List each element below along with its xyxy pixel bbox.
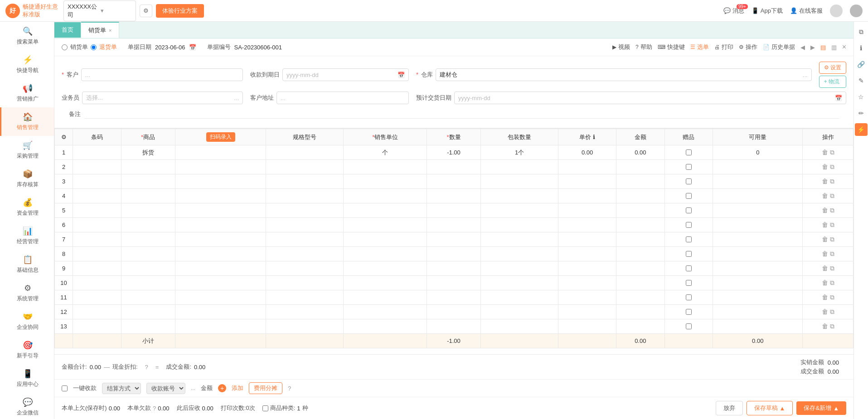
delivery-date-input[interactable]: yyyy-mm-dd 📅: [454, 92, 846, 104]
copy-icon[interactable]: ⧉: [830, 221, 834, 229]
copy-icon[interactable]: ⧉: [830, 279, 834, 287]
payment-due-input[interactable]: yyyy-mm-dd 📅: [282, 68, 409, 81]
settlement-method-select[interactable]: 结算方式: [102, 383, 141, 394]
sidebar-item-enterprise[interactable]: 🤝 企业协同: [0, 307, 54, 336]
sidebar-item-purchase[interactable]: 🛒 采购管理: [0, 136, 54, 164]
delete-icon-1[interactable]: 🗑: [822, 149, 828, 156]
calendar-icon[interactable]: 📅: [189, 44, 196, 51]
qty-1[interactable]: -1.00: [427, 145, 480, 160]
copy-icon-1[interactable]: ⧉: [830, 149, 834, 156]
sidebar-item-sales[interactable]: 🏠 销售管理: [0, 107, 54, 136]
delete-icon[interactable]: 🗑: [822, 163, 828, 171]
copy-icon[interactable]: ⧉: [830, 323, 834, 330]
scan-button[interactable]: 扫码录入: [206, 132, 235, 142]
copy-icon[interactable]: ⧉: [830, 308, 834, 316]
expense-button[interactable]: 费用分摊: [249, 382, 282, 394]
help-icon2[interactable]: ?: [153, 405, 156, 412]
product-1[interactable]: 拆货: [121, 145, 175, 160]
delete-icon[interactable]: 🗑: [822, 294, 828, 301]
sidebar-item-search[interactable]: 🔍 搜索菜单: [0, 22, 54, 50]
right-info-icon[interactable]: ℹ: [855, 42, 868, 54]
sidebar-item-basic[interactable]: 📋 基础信息: [0, 250, 54, 279]
copy-icon[interactable]: ⧉: [830, 265, 834, 272]
save-new-button[interactable]: 保存&新增 ▲: [796, 401, 846, 415]
list-view-icon[interactable]: ▥: [831, 44, 837, 51]
tab-sales-order[interactable]: 销货单 ×: [81, 22, 119, 38]
sidebar-item-quick-nav[interactable]: ⚡ 快捷导航: [0, 50, 54, 79]
avatar[interactable]: [830, 5, 843, 17]
customer-address-input[interactable]: ...: [276, 92, 409, 104]
logistics-button[interactable]: + 物流: [819, 76, 846, 88]
spec-1[interactable]: [266, 145, 344, 160]
sidebar-item-appstore[interactable]: 📱 应用中心: [0, 364, 54, 393]
delete-icon[interactable]: 🗑: [822, 265, 828, 272]
company-selector[interactable]: XXXXXX公司 ▾: [63, 0, 136, 21]
product-type-item[interactable]: 商品种类: 1 种: [262, 404, 308, 412]
help-icon[interactable]: ?: [145, 364, 148, 371]
customer-input[interactable]: ...: [81, 68, 243, 81]
remarks-input[interactable]: [84, 110, 839, 119]
operations-btn[interactable]: ⚙ 操作: [739, 43, 757, 51]
delete-icon[interactable]: 🗑: [822, 236, 828, 243]
settings-button[interactable]: ⚙ 设置: [819, 62, 846, 74]
delete-icon[interactable]: 🗑: [822, 250, 828, 258]
right-edit-icon[interactable]: ✎: [855, 74, 868, 87]
help-btn[interactable]: ? 帮助: [635, 43, 652, 51]
copy-icon[interactable]: ⧉: [830, 192, 834, 200]
settings-button[interactable]: ⚙: [140, 5, 152, 17]
th-settings[interactable]: ⚙: [55, 129, 73, 145]
sidebar-item-inventory[interactable]: 📦 库存核算: [0, 164, 54, 193]
copy-icon[interactable]: ⧉: [830, 163, 834, 171]
delete-icon[interactable]: 🗑: [822, 308, 828, 316]
warehouse-input[interactable]: 建材仓 ...: [436, 68, 812, 81]
notification-button[interactable]: 💬 消息 99+: [723, 7, 744, 15]
right-link-icon[interactable]: 🔗: [855, 58, 868, 71]
print-btn[interactable]: 🖨 打印: [714, 43, 733, 51]
sidebar-item-marketing[interactable]: 📢 营销推广: [0, 79, 54, 107]
gift-1[interactable]: [664, 145, 713, 160]
payment-checkbox[interactable]: [62, 385, 68, 391]
copy-icon[interactable]: ⧉: [830, 236, 834, 243]
unit-1[interactable]: 个: [344, 145, 427, 160]
right-pencil-icon[interactable]: ✏: [855, 107, 868, 120]
copy-icon[interactable]: ⧉: [830, 294, 834, 301]
tab-home[interactable]: 首页: [54, 22, 81, 38]
grid-view-icon[interactable]: ▤: [820, 44, 826, 51]
return-order-radio[interactable]: [91, 44, 97, 50]
gift-checkbox-1[interactable]: [686, 149, 692, 155]
next-icon[interactable]: ▶: [810, 44, 815, 51]
delete-icon[interactable]: 🗑: [822, 207, 828, 214]
right-active-icon[interactable]: ⚡: [855, 123, 868, 136]
copy-icon[interactable]: ⧉: [830, 178, 834, 185]
delete-icon[interactable]: 🗑: [822, 279, 828, 287]
delete-icon[interactable]: 🗑: [822, 221, 828, 229]
sidebar-item-finance[interactable]: 💰 资金管理: [0, 193, 54, 222]
form-close-button[interactable]: ×: [842, 43, 846, 51]
app-download-button[interactable]: 📱 App下载: [752, 7, 783, 15]
barcode-1[interactable]: [73, 145, 121, 160]
discard-button[interactable]: 放弃: [716, 401, 743, 415]
copy-icon[interactable]: ⧉: [830, 250, 834, 258]
copy-icon[interactable]: ⧉: [830, 207, 834, 214]
expense-help-icon[interactable]: ?: [288, 385, 291, 392]
delete-icon[interactable]: 🗑: [822, 323, 828, 330]
sidebar-item-system[interactable]: ⚙ 系统管理: [0, 279, 54, 307]
delete-icon[interactable]: 🗑: [822, 192, 828, 200]
sidebar-item-operations[interactable]: 📊 经营管理: [0, 222, 54, 250]
history-btn[interactable]: 📄 历史单据: [763, 43, 795, 51]
video-btn[interactable]: ▶ 视频: [612, 43, 630, 51]
th-scan[interactable]: 扫码录入: [175, 129, 266, 145]
right-copy-icon[interactable]: ⧉: [855, 25, 868, 38]
sales-order-radio[interactable]: [62, 44, 68, 50]
product-type-checkbox[interactable]: [262, 405, 268, 411]
right-star-icon[interactable]: ☆: [855, 91, 868, 103]
sidebar-item-guide[interactable]: 🎯 新手引导: [0, 336, 54, 364]
tab-close-icon[interactable]: ×: [109, 28, 112, 33]
salesperson-input[interactable]: 选择... ...: [82, 92, 243, 104]
select-btn[interactable]: ☰ 选单: [690, 43, 709, 51]
pkg-qty-1[interactable]: 1个: [481, 145, 558, 160]
sidebar-item-wechat[interactable]: 💬 企业微信: [0, 393, 54, 419]
shortcuts-btn[interactable]: ⌨ 快捷键: [658, 43, 685, 51]
delete-icon[interactable]: 🗑: [822, 178, 828, 185]
prev-icon[interactable]: ◀: [800, 44, 805, 51]
